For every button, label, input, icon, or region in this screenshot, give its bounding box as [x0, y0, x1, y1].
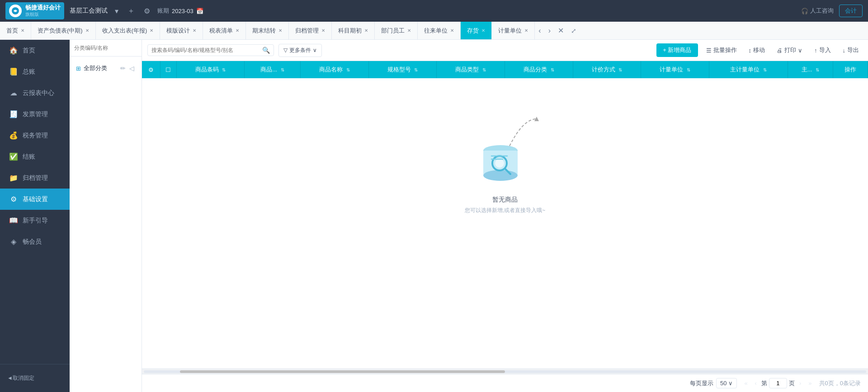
table-footer: 每页显示 50 ∨ « ‹ 第 页 › » 共0页，0条记录: [142, 374, 868, 392]
sort-main-unit-icon[interactable]: ⇅: [763, 67, 767, 72]
tab-close-balance[interactable]: ✕: [85, 28, 89, 33]
tab-prev-button[interactable]: ‹: [535, 22, 544, 39]
tree-action-icons: ✏ ◁: [119, 64, 135, 73]
last-page-button[interactable]: »: [806, 378, 814, 388]
filter-button[interactable]: ▽ 更多条件 ∨: [278, 44, 322, 57]
sort-spec-icon[interactable]: ⇅: [414, 67, 418, 72]
tab-department[interactable]: 部门员工 ✕: [375, 22, 418, 39]
tab-close-period-end[interactable]: ✕: [278, 28, 282, 33]
sort-barcode-icon[interactable]: ⇅: [222, 67, 226, 72]
page-size-select: 每页显示 50 ∨: [690, 378, 737, 388]
headset-icon: 🎧: [801, 8, 808, 14]
export-button[interactable]: ↓ 导出: [839, 44, 863, 56]
print-button[interactable]: 🖨 打印 ∨: [773, 44, 806, 56]
th-price-method: 计价方式 ⇅: [573, 61, 641, 78]
tab-subject-init[interactable]: 科目期初 ✕: [332, 22, 375, 39]
tab-close-dept[interactable]: ✕: [407, 28, 411, 33]
tab-template[interactable]: 模版设计 ✕: [160, 22, 203, 39]
th-category: 商品分类 ⇅: [505, 61, 573, 78]
main-layout: 🏠 首页 📒 总账 ☁ 云报表中心 🧾 发票管理 💰 税务管理 ✅ 结账 📁 归…: [0, 40, 868, 392]
import-button[interactable]: ↑ 导入: [811, 44, 835, 56]
sidebar-item-checkout[interactable]: ✅ 结账: [0, 146, 70, 167]
tab-archive[interactable]: 归档管理 ✕: [289, 22, 332, 39]
th-main-unit: 主计量单位 ⇅: [709, 61, 788, 78]
tab-close-subject[interactable]: ✕: [364, 28, 368, 33]
collapse-category-icon[interactable]: ◁: [128, 64, 135, 73]
tab-income[interactable]: 收入支出表(年报) ✕: [96, 22, 160, 39]
tab-close-template[interactable]: ✕: [193, 28, 196, 33]
tab-inventory[interactable]: 存货 ✕: [461, 22, 492, 39]
all-categories-item[interactable]: ⊞ 全部分类 ✏ ◁: [73, 60, 138, 76]
move-icon: ↕: [749, 47, 752, 54]
move-button[interactable]: ↕ 移动: [745, 44, 769, 56]
company-name[interactable]: 基层工会测试: [70, 7, 108, 15]
batch-action-button[interactable]: ☰ 批量操作: [703, 44, 741, 56]
account-button[interactable]: 会计: [839, 5, 863, 17]
page-number-input[interactable]: [769, 378, 787, 388]
sidebar-item-basic-settings[interactable]: ⚙ 基础设置: [0, 189, 70, 210]
dropdown-icon[interactable]: ▾: [113, 5, 120, 17]
th-code: 商品... ⇅: [245, 61, 301, 78]
tab-period-end[interactable]: 期末结转 ✕: [246, 22, 289, 39]
sort-price-icon[interactable]: ⇅: [618, 67, 622, 72]
sort-extra-icon[interactable]: ⇅: [816, 67, 819, 72]
tab-close-income[interactable]: ✕: [150, 28, 153, 33]
add-product-button[interactable]: + 新增商品: [656, 43, 698, 57]
scroll-thumb: [180, 370, 505, 373]
tab-close-archive[interactable]: ✕: [321, 28, 325, 33]
product-search-icon[interactable]: 🔍: [262, 47, 270, 54]
tab-contacts[interactable]: 往来单位 ✕: [418, 22, 461, 39]
tab-tax-list[interactable]: 税表清单 ✕: [203, 22, 246, 39]
category-search-input[interactable]: [74, 45, 142, 51]
toolbar: 🔍 ▽ 更多条件 ∨ + 新增商品 ☰ 批量操作 ↕ 移动 🖨: [142, 40, 868, 61]
edit-category-icon[interactable]: ✏: [119, 64, 127, 73]
tab-close-homepage[interactable]: ✕: [21, 28, 24, 33]
sidebar-item-cloud-report[interactable]: ☁ 云报表中心: [0, 82, 70, 104]
product-search-input[interactable]: [151, 47, 262, 53]
sidebar-item-archive[interactable]: 📁 归档管理: [0, 167, 70, 189]
tab-homepage[interactable]: 首页 ✕: [0, 22, 31, 39]
member-icon: ◈: [9, 237, 18, 246]
sidebar-item-member[interactable]: ◈ 畅会员: [0, 231, 70, 252]
service-button[interactable]: 🎧 人工咨询: [801, 7, 834, 15]
sidebar-item-invoice[interactable]: 🧾 发票管理: [0, 104, 70, 125]
scroll-icon-svg: [478, 142, 523, 187]
tab-close-contacts[interactable]: ✕: [450, 28, 454, 33]
tab-close-unit[interactable]: ✕: [524, 28, 528, 33]
sort-type-icon[interactable]: ⇅: [482, 67, 486, 72]
next-page-button[interactable]: ›: [797, 378, 804, 388]
th-extra: 主... ⇅: [788, 61, 833, 78]
sort-category-icon[interactable]: ⇅: [551, 67, 554, 72]
th-barcode: 商品条码 ⇅: [176, 61, 245, 78]
calendar-icon[interactable]: 📅: [196, 8, 203, 14]
page-size-chevron-icon: ∨: [728, 380, 733, 387]
cancel-fixed-button[interactable]: ◄取消固定: [0, 370, 70, 387]
tab-close-inventory[interactable]: ✕: [481, 28, 485, 33]
page-size-dropdown[interactable]: 50 ∨: [716, 378, 737, 388]
first-page-button[interactable]: «: [741, 378, 750, 388]
th-spec: 规格型号 ⇅: [368, 61, 437, 78]
sidebar-item-ledger[interactable]: 📒 总账: [0, 61, 70, 82]
sort-name-icon[interactable]: ⇅: [346, 67, 350, 72]
tab-close-tax-list[interactable]: ✕: [236, 28, 239, 33]
grid-icon: ⊞: [76, 65, 81, 72]
sidebar-item-home[interactable]: 🏠 首页: [0, 40, 70, 61]
settings-icon[interactable]: ⚙: [142, 5, 152, 17]
sort-code-icon[interactable]: ⇅: [281, 67, 284, 72]
horizontal-scrollbar[interactable]: [142, 368, 868, 374]
pagination: « ‹ 第 页 › »: [741, 378, 814, 388]
add-tab-icon[interactable]: ＋: [126, 5, 137, 18]
sidebar-item-tax[interactable]: 💰 税务管理: [0, 125, 70, 146]
tab-balance[interactable]: 资产负债表(中期) ✕: [31, 22, 96, 39]
tab-unit[interactable]: 计量单位 ✕: [492, 22, 535, 39]
tab-close-all-button[interactable]: ✕: [554, 26, 567, 35]
prev-page-button[interactable]: ‹: [752, 378, 760, 388]
tab-expand-button[interactable]: ⤢: [567, 27, 580, 34]
sidebar-item-guide[interactable]: 📖 新手引导: [0, 210, 70, 231]
sort-unit-icon[interactable]: ⇅: [687, 67, 690, 72]
checkout-icon: ✅: [9, 152, 18, 161]
tab-next-button[interactable]: ›: [545, 22, 554, 39]
th-checkbox[interactable]: ☐: [160, 61, 176, 78]
svg-point-4: [483, 170, 518, 181]
th-settings[interactable]: ⚙: [142, 61, 160, 78]
